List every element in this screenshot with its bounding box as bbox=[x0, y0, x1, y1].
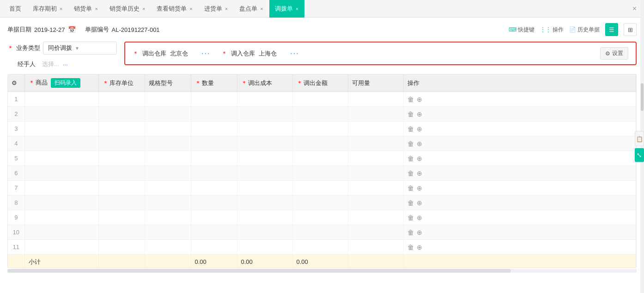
product-cell[interactable] bbox=[24, 181, 98, 195]
warehouse-in-more[interactable]: ··· bbox=[290, 49, 299, 58]
tab-sales-order[interactable]: 销货单 × bbox=[68, 0, 103, 18]
copy-row-icon[interactable]: ⊕ bbox=[417, 170, 422, 177]
calendar-icon[interactable]: 📅 bbox=[68, 26, 76, 33]
qty-cell[interactable] bbox=[191, 240, 237, 255]
cost-cell[interactable] bbox=[237, 122, 292, 136]
unit-cell[interactable] bbox=[98, 166, 145, 181]
close-tab-view-sales[interactable]: × bbox=[189, 6, 192, 12]
product-cell[interactable] bbox=[24, 151, 98, 166]
qty-cell[interactable] bbox=[191, 151, 237, 166]
tab-home[interactable]: 首页 bbox=[4, 0, 27, 18]
product-cell[interactable] bbox=[24, 122, 98, 136]
amount-cell[interactable] bbox=[292, 122, 348, 136]
product-cell[interactable] bbox=[24, 210, 98, 225]
list-view-btn[interactable]: ☰ bbox=[605, 23, 618, 36]
close-tab-purchase[interactable]: × bbox=[225, 6, 228, 12]
amount-cell[interactable] bbox=[292, 166, 348, 181]
cost-cell[interactable] bbox=[237, 151, 292, 166]
delete-row-icon[interactable]: 🗑 bbox=[407, 244, 414, 251]
history-action[interactable]: 📄 历史单据 bbox=[569, 26, 600, 34]
copy-row-icon[interactable]: ⊕ bbox=[417, 229, 422, 236]
settings-button[interactable]: ⚙ 设置 bbox=[600, 47, 628, 60]
spec-cell[interactable] bbox=[145, 195, 191, 210]
cost-cell[interactable] bbox=[237, 210, 292, 225]
amount-cell[interactable] bbox=[292, 240, 348, 255]
delete-row-icon[interactable]: 🗑 bbox=[407, 184, 414, 192]
amount-cell[interactable] bbox=[292, 181, 348, 195]
qty-cell[interactable] bbox=[191, 136, 237, 151]
delete-row-icon[interactable]: 🗑 bbox=[407, 170, 414, 177]
close-tab-sales-order[interactable]: × bbox=[95, 6, 97, 12]
cost-cell[interactable] bbox=[237, 92, 292, 107]
copy-row-icon[interactable]: ⊕ bbox=[417, 244, 422, 251]
unit-cell[interactable] bbox=[98, 122, 145, 136]
tab-transfer[interactable]: 调拨单 × bbox=[269, 0, 304, 18]
amount-cell[interactable] bbox=[292, 136, 348, 151]
copy-row-icon[interactable]: ⊕ bbox=[417, 110, 422, 118]
cost-cell[interactable] bbox=[237, 181, 292, 195]
product-cell[interactable] bbox=[24, 225, 98, 240]
unit-cell[interactable] bbox=[98, 136, 145, 151]
qty-cell[interactable] bbox=[191, 225, 237, 240]
unit-cell[interactable] bbox=[98, 151, 145, 166]
cost-cell[interactable] bbox=[237, 166, 292, 181]
close-tab-transfer[interactable]: × bbox=[296, 6, 298, 12]
close-tab-sales-history[interactable]: × bbox=[142, 6, 145, 12]
spec-cell[interactable] bbox=[145, 92, 191, 107]
amount-cell[interactable] bbox=[292, 225, 348, 240]
product-cell[interactable] bbox=[24, 92, 98, 107]
qty-cell[interactable] bbox=[191, 92, 237, 107]
th-gear[interactable]: ⚙ bbox=[8, 74, 24, 92]
unit-cell[interactable] bbox=[98, 195, 145, 210]
spec-cell[interactable] bbox=[145, 122, 191, 136]
tab-sales-history[interactable]: 销货单历史 × bbox=[104, 0, 151, 18]
spec-cell[interactable] bbox=[145, 210, 191, 225]
unit-cell[interactable] bbox=[98, 210, 145, 225]
amount-cell[interactable] bbox=[292, 151, 348, 166]
shortcut-action[interactable]: ⌨ 快捷键 bbox=[509, 26, 535, 34]
cost-cell[interactable] bbox=[237, 240, 292, 255]
delete-row-icon[interactable]: 🗑 bbox=[407, 229, 414, 236]
tab-purchase[interactable]: 进货单 × bbox=[199, 0, 234, 18]
product-cell[interactable] bbox=[24, 195, 98, 210]
qty-cell[interactable] bbox=[191, 122, 237, 136]
tab-inventory-check[interactable]: 盘点单 × bbox=[234, 0, 269, 18]
copy-row-icon[interactable]: ⊕ bbox=[417, 214, 422, 221]
delete-row-icon[interactable]: 🗑 bbox=[407, 199, 414, 207]
delete-row-icon[interactable]: 🗑 bbox=[407, 96, 414, 103]
horizontal-scrollbar[interactable] bbox=[7, 269, 637, 273]
spec-cell[interactable] bbox=[145, 225, 191, 240]
copy-row-icon[interactable]: ⊕ bbox=[417, 155, 422, 162]
amount-cell[interactable] bbox=[292, 107, 348, 122]
amount-cell[interactable] bbox=[292, 210, 348, 225]
delete-row-icon[interactable]: 🗑 bbox=[407, 110, 414, 118]
copy-row-icon[interactable]: ⊕ bbox=[417, 125, 422, 133]
product-cell[interactable] bbox=[24, 107, 98, 122]
copy-row-icon[interactable]: ⊕ bbox=[417, 199, 422, 207]
unit-cell[interactable] bbox=[98, 92, 145, 107]
product-cell[interactable] bbox=[24, 166, 98, 181]
note-side-btn[interactable]: 📋 bbox=[635, 131, 644, 146]
unit-cell[interactable] bbox=[98, 181, 145, 195]
qty-cell[interactable] bbox=[191, 181, 237, 195]
product-cell[interactable] bbox=[24, 136, 98, 151]
person-placeholder[interactable]: 选择... bbox=[42, 60, 59, 68]
tab-inventory-init[interactable]: 库存期初 × bbox=[27, 0, 68, 18]
date-value[interactable]: 2019-12-27 bbox=[34, 26, 65, 33]
cost-cell[interactable] bbox=[237, 225, 292, 240]
person-more-icon[interactable]: ··· bbox=[63, 61, 68, 68]
copy-row-icon[interactable]: ⊕ bbox=[417, 140, 422, 147]
spec-cell[interactable] bbox=[145, 136, 191, 151]
cost-cell[interactable] bbox=[237, 195, 292, 210]
delete-row-icon[interactable]: 🗑 bbox=[407, 155, 414, 162]
unit-cell[interactable] bbox=[98, 225, 145, 240]
spec-cell[interactable] bbox=[145, 107, 191, 122]
cost-cell[interactable] bbox=[237, 107, 292, 122]
spec-cell[interactable] bbox=[145, 240, 191, 255]
unit-cell[interactable] bbox=[98, 240, 145, 255]
unit-cell[interactable] bbox=[98, 107, 145, 122]
close-all-tabs[interactable]: × bbox=[629, 5, 640, 13]
amount-cell[interactable] bbox=[292, 92, 348, 107]
cost-cell[interactable] bbox=[237, 136, 292, 151]
warehouse-out-more[interactable]: ··· bbox=[201, 49, 210, 58]
